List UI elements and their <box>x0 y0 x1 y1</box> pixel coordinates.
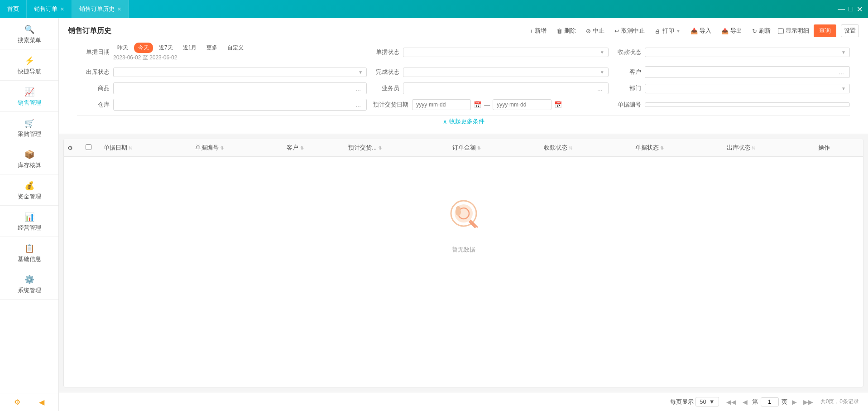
date-pill-last7[interactable]: 近7天 <box>155 43 177 53</box>
customer-input-wrap[interactable]: ... <box>645 66 850 78</box>
tab-home[interactable]: 首页 <box>0 0 27 18</box>
dept-filter: 部门 ▼ <box>609 84 850 93</box>
complete-status-filter: 完成状态 ▼ <box>367 68 608 77</box>
sidebar-item-quick-nav[interactable]: ⚡ 快捷导航 <box>0 49 58 81</box>
sort-order-amount-icon: ⇅ <box>477 145 481 150</box>
sidebar-item-purchase[interactable]: 🛒 采购管理 <box>0 112 58 143</box>
tab-sales-order-close[interactable]: ✕ <box>60 6 64 12</box>
delete-button[interactable]: 🗑 删除 <box>554 25 579 37</box>
payment-status-select[interactable]: ▼ <box>645 48 850 57</box>
tab-sales-order[interactable]: 销售订单 ✕ <box>27 0 72 18</box>
date-pill-more[interactable]: 更多 <box>202 43 221 53</box>
next-page-button[interactable]: ▶ <box>790 397 799 406</box>
table-col-out-status[interactable]: 出库状态 ⇅ <box>723 139 815 157</box>
table-col-order-amount[interactable]: 订单金额 ⇅ <box>449 139 540 157</box>
page-size-box[interactable]: 50 ▼ <box>695 397 719 406</box>
filter-row-2: 出库状态 ▼ 完成状态 ▼ 客户 <box>77 66 850 78</box>
print-arrow-icon: ▼ <box>676 29 681 34</box>
refresh-icon: ↻ <box>752 28 757 34</box>
window-close-button[interactable]: ✕ <box>857 5 863 14</box>
table-check-all[interactable] <box>86 144 91 150</box>
table-settings-col[interactable]: ⚙ <box>64 139 82 157</box>
date-pill-yesterday[interactable]: 昨天 <box>113 43 132 53</box>
out-status-select[interactable]: ▼ <box>113 68 367 77</box>
sidebar-item-sales[interactable]: 📈 销售管理 <box>0 81 58 112</box>
show-details-checkbox[interactable]: 显示明细 <box>778 27 809 35</box>
sort-customer-icon: ⇅ <box>300 145 304 150</box>
sidebar-item-system[interactable]: ⚙️ 系统管理 <box>0 268 58 300</box>
refresh-button-label: 刷新 <box>759 27 771 35</box>
first-page-button[interactable]: ◀◀ <box>724 397 738 406</box>
print-button[interactable]: 🖨 打印 ▼ <box>652 25 683 37</box>
sidebar-settings-icon[interactable]: ⚙ <box>14 398 20 406</box>
refresh-button[interactable]: ↻ 刷新 <box>749 25 773 37</box>
warehouse-input-wrap[interactable]: ... <box>113 99 367 111</box>
sort-doc-number-icon: ⇅ <box>220 145 224 150</box>
show-details-check[interactable] <box>778 28 784 34</box>
goods-input-wrap[interactable]: ... <box>113 82 367 94</box>
window-min-button[interactable]: — <box>838 5 845 13</box>
salesperson-dots-icon[interactable]: ... <box>595 85 604 92</box>
table-col-payment-status[interactable]: 收款状态 ⇅ <box>540 139 632 157</box>
sidebar-item-reports-label: 基础信息 <box>18 255 41 263</box>
stop-button[interactable]: ⊘ 中止 <box>583 25 607 37</box>
date-filter-label: 单据日期 <box>77 48 113 56</box>
expected-date-range: 📅 — 📅 <box>412 99 608 110</box>
empty-cell: 暂无数据 <box>64 157 863 290</box>
window-max-button[interactable]: □ <box>849 5 853 13</box>
query-button[interactable]: 查询 <box>814 24 836 37</box>
tab-sales-order-history[interactable]: 销售订单历史 ✕ <box>72 0 129 18</box>
table-header: ⚙ 单据日期 ⇅ 单据编号 ⇅ <box>64 139 863 157</box>
collapse-row[interactable]: ∧ 收起更多条件 <box>77 115 850 129</box>
sidebar-item-finance[interactable]: 💰 资金管理 <box>0 174 58 206</box>
sidebar-item-inventory[interactable]: 📦 库存核算 <box>0 143 58 174</box>
doc-number-input-wrap[interactable] <box>645 102 850 107</box>
table-col-doc-status[interactable]: 单据状态 ⇅ <box>632 139 723 157</box>
table-col-order-amount-label: 订单金额 <box>452 144 476 151</box>
sidebar-item-system-label: 系统管理 <box>18 286 41 295</box>
table-col-doc-date[interactable]: 单据日期 ⇅ <box>100 139 192 157</box>
warehouse-dots-icon[interactable]: ... <box>354 101 363 108</box>
inventory-icon: 📦 <box>24 150 34 160</box>
expected-date-from[interactable] <box>412 99 471 110</box>
sidebar-item-reports[interactable]: 📋 基础信息 <box>0 237 58 268</box>
warehouse-label: 仓库 <box>77 101 113 109</box>
page-label-pre: 第 <box>752 398 758 406</box>
sidebar-collapse-icon[interactable]: ◀ <box>39 398 44 406</box>
table-check-col[interactable] <box>82 139 100 157</box>
settings-button[interactable]: 设置 <box>841 24 859 37</box>
doc-status-arrow: ▼ <box>600 50 604 55</box>
date-range-text: 2023-06-02 至 2023-06-02 <box>113 54 248 62</box>
sidebar-item-operations[interactable]: 📊 经营管理 <box>0 206 58 237</box>
pagination: ◀◀ ◀ 第 页 ▶ ▶▶ <box>724 397 815 406</box>
prev-page-button[interactable]: ◀ <box>741 397 749 406</box>
new-button[interactable]: + 新增 <box>527 25 550 37</box>
complete-status-select[interactable]: ▼ <box>403 68 608 77</box>
table-col-customer[interactable]: 客户 ⇅ <box>283 139 345 157</box>
goods-dots-icon[interactable]: ... <box>354 85 363 92</box>
date-pill-custom[interactable]: 自定义 <box>223 43 248 53</box>
customer-dots-icon[interactable]: ... <box>837 68 846 76</box>
doc-status-filter: 单据状态 ▼ <box>367 48 608 57</box>
last-page-button[interactable]: ▶▶ <box>801 397 815 406</box>
sidebar-item-search-menu[interactable]: 🔍 搜索菜单 <box>0 18 58 49</box>
date-from-cal-icon[interactable]: 📅 <box>474 101 481 108</box>
date-to-cal-icon[interactable]: 📅 <box>554 101 562 108</box>
date-pill-today[interactable]: 今天 <box>134 43 153 53</box>
empty-row: 暂无数据 <box>64 157 863 290</box>
tab-sales-order-history-close[interactable]: ✕ <box>117 6 121 12</box>
salesperson-input-wrap[interactable]: ... <box>403 82 608 94</box>
table-col-doc-number[interactable]: 单据编号 ⇅ <box>192 139 283 157</box>
dept-select[interactable]: ▼ <box>645 84 850 93</box>
import-button[interactable]: 📥 导入 <box>688 25 714 37</box>
page-input[interactable] <box>761 397 779 406</box>
table-col-doc-date-label: 单据日期 <box>104 144 127 151</box>
table-body: 暂无数据 <box>64 157 863 290</box>
cancel-stop-button[interactable]: ↩ 取消中止 <box>612 25 647 37</box>
table-settings-icon[interactable]: ⚙ <box>67 145 73 151</box>
table-col-expected-date[interactable]: 预计交货... ⇅ <box>345 139 449 157</box>
doc-status-select[interactable]: ▼ <box>403 48 608 57</box>
export-button[interactable]: 📤 导出 <box>719 25 745 37</box>
expected-date-to[interactable] <box>493 99 551 110</box>
date-pill-last1m[interactable]: 近1月 <box>179 43 201 53</box>
